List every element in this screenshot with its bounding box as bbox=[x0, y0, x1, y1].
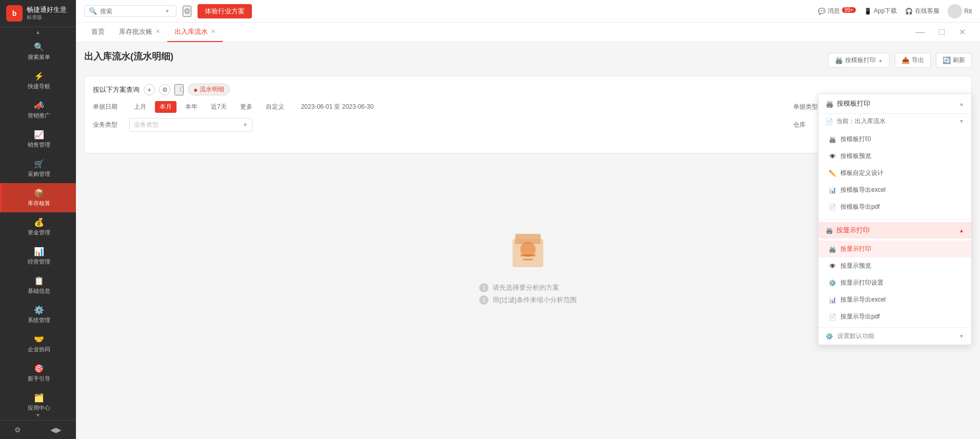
sidebar-collapse-btn[interactable]: ◀▶ bbox=[50, 426, 62, 434]
chevron-down-icon: ▼ bbox=[165, 8, 170, 14]
basic-icon: 📋 bbox=[34, 276, 44, 286]
page-area: 出入库流水(流水明细) 🖨️ 按模板打印 ▲ 📤 导出 🔄 刷新 bbox=[76, 42, 980, 439]
tab-home[interactable]: 首页 bbox=[84, 23, 112, 42]
topbar-search-box[interactable]: 🔍 ▼ bbox=[84, 5, 177, 17]
dropdown-export-excel-template[interactable]: 📊 按模板导出excel bbox=[818, 182, 971, 198]
svg-rect-4 bbox=[523, 258, 533, 261]
dropdown-export-pdf-display[interactable]: 📄 按显示导出pdf bbox=[818, 308, 971, 325]
export-icon: 📤 bbox=[901, 56, 910, 64]
tab-flow[interactable]: 出入库流水 ✕ bbox=[167, 23, 223, 42]
sidebar-bottom: ⚙ ◀▶ bbox=[0, 420, 76, 439]
dropdown-print-display[interactable]: 🖨️ 按显示打印 bbox=[818, 241, 971, 257]
settings-default-icon: ⚙️ bbox=[826, 333, 833, 340]
chevron-down-icon: ▼ bbox=[959, 333, 964, 339]
dropdown-preview-template[interactable]: 👁️ 按模板预览 bbox=[818, 148, 971, 165]
tab-flow-close[interactable]: ✕ bbox=[211, 28, 215, 35]
search-icon: 🔍 bbox=[89, 7, 97, 15]
dropdown-display-section: 🖨️ 按显示打印 👁️ 按显示预览 ⚙️ 按显示打印设置 📊 按显示导出exce… bbox=[818, 238, 971, 327]
finance-icon: 💰 bbox=[34, 217, 44, 227]
marketing-icon: 📣 bbox=[34, 101, 44, 110]
chevron-up-icon: ▲ bbox=[959, 101, 964, 107]
online-service-btn[interactable]: 🎧 在线客服 bbox=[905, 7, 939, 15]
appcenter-icon: 🗂️ bbox=[34, 393, 44, 403]
preview-icon: 👁️ bbox=[829, 263, 836, 270]
filter-collapse-btn[interactable]: 《 bbox=[174, 84, 184, 95]
app-download-btn[interactable]: 📱 App下载 bbox=[864, 7, 897, 15]
date-btn-this-month[interactable]: 本月 bbox=[155, 101, 177, 113]
main-content: 🔍 ▼ ⚙ 体验行业方案 💬 消息 99+ 📱 App下载 🎧 在线客服 bbox=[76, 0, 980, 439]
filter-settings-btn[interactable]: ⚙ bbox=[159, 84, 170, 95]
trial-btn[interactable]: 体验行业方案 bbox=[198, 4, 252, 18]
sidebar-item-inventory[interactable]: 📦 库存核算 bbox=[0, 183, 76, 212]
printer-icon: 🖨️ bbox=[826, 100, 834, 108]
filter-tag[interactable]: ● 流水明细 bbox=[188, 84, 230, 95]
settings-icon: ⚙️ bbox=[829, 280, 836, 287]
date-btn-7days[interactable]: 近7天 bbox=[206, 101, 231, 113]
sidebar-item-basic[interactable]: 📋 基础信息 bbox=[0, 271, 76, 300]
dropdown-header: 🖨️ 按模板打印 ▲ bbox=[818, 94, 971, 114]
preview-icon: 👁️ bbox=[829, 153, 836, 160]
sidebar-item-marketing[interactable]: 📣 营销推广 bbox=[0, 95, 76, 125]
window-minimize-btn[interactable]: — bbox=[909, 23, 931, 42]
sidebar-scroll-up[interactable]: ▲ bbox=[0, 27, 76, 37]
avatar bbox=[948, 4, 962, 18]
dropdown-display-header[interactable]: 🖨️ 按显示打印 ▲ bbox=[818, 222, 971, 238]
search-input[interactable] bbox=[100, 8, 162, 15]
date-btn-this-year[interactable]: 本年 bbox=[181, 101, 202, 113]
search-icon: 🔍 bbox=[34, 42, 44, 52]
topbar-gear-button[interactable]: ⚙ bbox=[183, 6, 191, 17]
svg-rect-3 bbox=[520, 254, 536, 256]
sidebar-item-collab[interactable]: 🤝 企业协同 bbox=[0, 329, 76, 358]
sidebar-settings-btn[interactable]: ⚙ bbox=[14, 426, 21, 434]
dropdown-preview-display[interactable]: 👁️ 按显示预览 bbox=[818, 257, 971, 274]
sidebar-item-finance[interactable]: 💰 资金管理 bbox=[0, 212, 76, 242]
purchase-icon: 🛒 bbox=[34, 159, 44, 169]
sales-icon: 📈 bbox=[34, 130, 44, 139]
window-close-btn[interactable]: ✕ bbox=[953, 23, 972, 41]
tabs-bar: 首页 库存批次账 ✕ 出入库流水 ✕ — □ ✕ bbox=[76, 23, 980, 42]
date-btn-last-month[interactable]: 上月 bbox=[129, 101, 151, 113]
messages-btn[interactable]: 💬 消息 99+ bbox=[818, 7, 856, 15]
date-btn-custom[interactable]: 自定义 bbox=[261, 101, 289, 113]
dropdown-print-template[interactable]: 🖨️ 按模板打印 bbox=[818, 131, 971, 148]
sidebar-item-purchase[interactable]: 🛒 采购管理 bbox=[0, 154, 76, 183]
refresh-btn[interactable]: 🔄 刷新 bbox=[936, 53, 972, 68]
empty-steps-list: 1 请先选择要分析的方案 2 用[过滤]条件来缩小分析范围 bbox=[479, 283, 576, 308]
dropdown-footer[interactable]: ⚙️ 设置默认功能 ▼ bbox=[818, 327, 971, 345]
sidebar-item-system[interactable]: ⚙️ 系统管理 bbox=[0, 300, 76, 329]
user-avatar-btn[interactable]: Rit bbox=[948, 4, 972, 18]
excel-icon: 📊 bbox=[829, 296, 836, 304]
window-maximize-btn[interactable]: □ bbox=[933, 23, 951, 42]
headset-icon: 🎧 bbox=[905, 8, 913, 15]
sidebar-scroll-down[interactable]: ▼ bbox=[0, 410, 76, 420]
empty-step-1: 1 请先选择要分析的方案 bbox=[479, 283, 576, 292]
chevron-down-icon: ▼ bbox=[243, 122, 248, 128]
biz-type-select[interactable]: 业务类型 ▼ bbox=[129, 118, 252, 132]
message-icon: 💬 bbox=[818, 8, 826, 15]
date-btn-more[interactable]: 更多 bbox=[236, 101, 257, 113]
sidebar-item-search[interactable]: 🔍 搜索菜单 bbox=[0, 37, 76, 66]
tab-batch-close[interactable]: ✕ bbox=[155, 28, 160, 35]
dropdown-export-pdf-template[interactable]: 📄 按模板导出pdf bbox=[818, 198, 971, 215]
topbar-right: 💬 消息 99+ 📱 App下载 🎧 在线客服 Rit bbox=[818, 4, 972, 18]
filter-add-btn[interactable]: + bbox=[144, 84, 155, 95]
sidebar-item-shortcut[interactable]: ⚡ 快捷导航 bbox=[0, 66, 76, 95]
sidebar-item-guide[interactable]: 🎯 新手引导 bbox=[0, 358, 76, 388]
filter-tag-icon: ● bbox=[193, 86, 198, 94]
sidebar-item-sales[interactable]: 📈 销售管理 bbox=[0, 125, 76, 154]
tab-batch[interactable]: 库存批次账 ✕ bbox=[112, 23, 167, 42]
dropdown-template-section: 🖨️ 按模板打印 👁️ 按模板预览 ✏️ 模板自定义设计 📊 按模板导出exce… bbox=[818, 129, 971, 217]
dropdown-print-settings-display[interactable]: ⚙️ 按显示打印设置 bbox=[818, 274, 971, 291]
sidebar-item-appcenter[interactable]: 🗂️ 应用中心 bbox=[0, 388, 76, 410]
sidebar-item-operation[interactable]: 📊 经营管理 bbox=[0, 242, 76, 271]
date-options: 上月 本月 本年 近7天 更多 自定义 bbox=[129, 101, 289, 113]
print-template-dropdown: 🖨️ 按模板打印 ▲ 📄 当前：出入库流水 ▼ 🖨️ 按模板打印 bbox=[818, 93, 972, 345]
printer-icon: 🖨️ bbox=[826, 227, 833, 234]
dropdown-custom-template[interactable]: ✏️ 模板自定义设计 bbox=[818, 165, 971, 182]
pdf-icon: 📄 bbox=[829, 204, 836, 211]
excel-icon: 📊 bbox=[829, 187, 836, 194]
dropdown-export-excel-display[interactable]: 📊 按显示导出excel bbox=[818, 291, 971, 308]
print-icon: 🖨️ bbox=[829, 246, 836, 253]
print-template-btn[interactable]: 🖨️ 按模板打印 ▲ bbox=[828, 53, 890, 68]
export-btn[interactable]: 📤 导出 bbox=[895, 53, 931, 68]
